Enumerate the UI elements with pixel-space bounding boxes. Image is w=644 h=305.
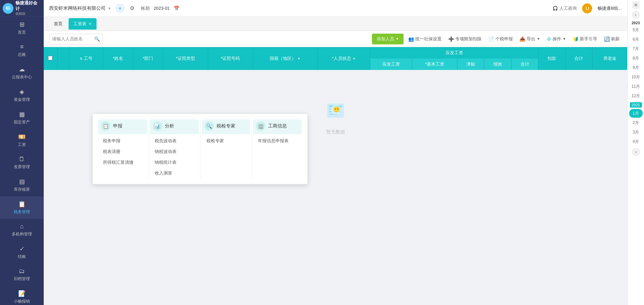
- select-all-checkbox[interactable]: [48, 56, 52, 60]
- declaration-label: 申报: [113, 123, 122, 129]
- th-deduction: 绩效: [484, 59, 511, 70]
- th-name: ⇅ 工号: [69, 47, 103, 70]
- export-action[interactable]: 📤 导出 ▼: [518, 35, 542, 43]
- th-report-status: *人员状态 ▼: [317, 47, 370, 70]
- sidebar-item-home[interactable]: ⊞ 首页: [0, 17, 44, 39]
- guide-toolbar-icon: 🔰: [573, 36, 578, 42]
- year-header: 2023: [631, 20, 640, 26]
- logo-sub: 旗舰版: [15, 11, 41, 16]
- prev-year-button[interactable]: ‹: [632, 11, 640, 19]
- tax-burden-item[interactable]: 税负波动表: [150, 136, 199, 146]
- month-2[interactable]: 2月: [629, 118, 643, 127]
- tab-close-icon[interactable]: ✕: [88, 22, 92, 26]
- th-id-type: *部门: [133, 47, 163, 70]
- settings-button[interactable]: ⚙: [127, 4, 137, 13]
- sidebar-item-xiao[interactable]: 📝 小畅报销: [0, 286, 44, 305]
- guide-action[interactable]: 🔰 新手引导: [571, 35, 599, 43]
- sidebar-item-inventory[interactable]: ▤ 库存核算: [0, 174, 44, 196]
- next-year-button[interactable]: ›: [632, 148, 640, 156]
- topbar-actions: + ⚙: [115, 4, 137, 13]
- tax-statistics-item[interactable]: 纳税统计表: [150, 157, 199, 168]
- social-insurance-action[interactable]: 👥 统一社保设置: [406, 35, 444, 43]
- month-10[interactable]: 10月: [629, 73, 643, 81]
- tax-declaration-item[interactable]: 税务申报: [98, 136, 147, 146]
- customer-service-button[interactable]: 🎧 人工咨询: [553, 5, 577, 11]
- month-9[interactable]: 9月: [629, 63, 643, 72]
- sidebar-item-cloud[interactable]: ☁ 云报表中心: [0, 62, 44, 84]
- add-company-button[interactable]: +: [115, 4, 125, 13]
- month-7[interactable]: 7月: [629, 44, 643, 53]
- empty-icon: 😶: [322, 97, 349, 124]
- month-8[interactable]: 8月: [629, 54, 643, 63]
- sidebar-item-label: 发票管理: [14, 164, 30, 170]
- analysis-icon: 📊: [153, 121, 162, 131]
- month-5[interactable]: 5月: [629, 26, 643, 34]
- sidebar-item-assets[interactable]: ▦ 固定资产: [0, 107, 44, 129]
- month-12[interactable]: 12月: [629, 91, 643, 100]
- sidebar-item-salary[interactable]: 💴 工资: [0, 129, 44, 152]
- tax-form-item[interactable]: 税表清册: [98, 146, 147, 157]
- app-logo: 畅 畅捷通好会计 旗舰版: [0, 0, 44, 17]
- export-icon: 📤: [520, 36, 525, 42]
- th-pension: 合计: [565, 47, 592, 70]
- tab-home[interactable]: 首页: [49, 18, 67, 30]
- add-person-label: 添加人员: [377, 36, 394, 42]
- th-allowance: *基本工资: [412, 59, 457, 70]
- toolbar-right: 添加人员 ▼ 👥 统一社保设置 ➕ 专项附加扣除 📄 个税申报 📤 导出 ▼: [372, 34, 622, 44]
- logo-text: 畅捷通好会计: [15, 0, 41, 12]
- declaration-col: 📋 申报 税务申报 税表清册 所得税汇算清缴: [98, 119, 147, 179]
- tax-return-action[interactable]: 📄 个税申报: [486, 35, 515, 43]
- invoice-icon: 🗒: [19, 156, 25, 163]
- th-total: 扣款: [538, 47, 565, 70]
- company-selector[interactable]: 西安虾米网络科技有限公司 ▼: [49, 5, 111, 11]
- sidebar-item-period[interactable]: ✓ 结账: [0, 241, 44, 264]
- right-panel: ✕ ‹ 2023 5月 6月 7月 8月 9月 10月 11月 12月 2025…: [627, 0, 644, 305]
- month-3[interactable]: 3月: [629, 128, 643, 137]
- report-filter-icon[interactable]: ▼: [352, 57, 356, 61]
- svg-text:😶: 😶: [333, 106, 340, 113]
- topbar-right: 🎧 人工咨询 U 畅捷通B组...: [553, 3, 622, 13]
- income-forecast-item[interactable]: 收入测算: [150, 168, 199, 179]
- xiao-icon: 📝: [18, 290, 26, 297]
- search-box[interactable]: 🔍: [49, 34, 103, 44]
- sidebar-item-tax[interactable]: 📋 税务管理: [0, 196, 44, 219]
- declaration-icon: 📋: [101, 121, 110, 131]
- analysis-col: 📊 分析 税负波动表 纳税波动表 纳税统计表 收入测算: [150, 119, 199, 179]
- salary-icon: 💴: [18, 133, 26, 141]
- company-name: 西安虾米网络科技有限公司: [49, 5, 106, 11]
- sidebar-item-label: 结账: [18, 254, 26, 260]
- toolbar: 🔍 添加人员 ▼ 👥 统一社保设置 ➕ 专项附加扣除 📄 个税申报 📤 导出: [44, 31, 627, 47]
- sidebar-item-label: 多机构管理: [12, 231, 32, 237]
- annual-report-item[interactable]: 年报信息申报表: [253, 136, 302, 146]
- calendar-icon[interactable]: 📅: [174, 6, 179, 11]
- search-input[interactable]: [52, 36, 94, 41]
- sidebar-item-multi[interactable]: ⌂ 多机构管理: [0, 219, 44, 241]
- month-6[interactable]: 6月: [629, 35, 643, 44]
- month-4[interactable]: 4月: [629, 137, 643, 146]
- expert-item[interactable]: 税检专家: [202, 136, 251, 146]
- tax-payment-item[interactable]: 纳税波动表: [150, 146, 199, 157]
- business-info-label: 工商信息: [268, 123, 287, 129]
- sidebar-item-ledger[interactable]: ≡ 总账: [0, 39, 44, 62]
- th-checkbox[interactable]: [44, 47, 57, 70]
- status-filter-icon[interactable]: ▼: [297, 57, 301, 61]
- tax-expert-title: 🔍 税检专家: [202, 119, 251, 134]
- month-11[interactable]: 11月: [629, 82, 643, 91]
- period-value: 2023-01: [154, 6, 170, 11]
- sidebar-item-label: 小畅报销: [14, 299, 30, 304]
- sidebar-nav: ⊞ 首页 ≡ 总账 ☁ 云报表中心 ◈ 资金管理 ▦ 固定资产 💴 工资 🗒 发…: [0, 17, 44, 305]
- th-employee-id: [57, 47, 69, 70]
- special-deduction-action[interactable]: ➕ 专项附加扣除: [446, 35, 484, 43]
- operation-action[interactable]: ⚙ 操作 ▼: [545, 35, 568, 43]
- tab-salary-table[interactable]: 工资表 ✕: [69, 18, 97, 30]
- refresh-action[interactable]: 🔄 刷新: [602, 35, 622, 43]
- right-panel-close-button[interactable]: ✕: [632, 1, 640, 9]
- tabs-bar: 首页 工资表 ✕: [44, 17, 627, 31]
- income-tax-item[interactable]: 所得税汇算清缴: [98, 157, 147, 168]
- tax-expert-icon: 🔍: [204, 121, 214, 131]
- add-person-button[interactable]: 添加人员 ▼: [372, 34, 404, 44]
- sidebar-item-archive[interactable]: 🗂 归档管理: [0, 264, 44, 286]
- sidebar-item-funds[interactable]: ◈ 资金管理: [0, 84, 44, 107]
- month-1[interactable]: 1月: [629, 109, 643, 118]
- sidebar-item-invoice[interactable]: 🗒 发票管理: [0, 152, 44, 174]
